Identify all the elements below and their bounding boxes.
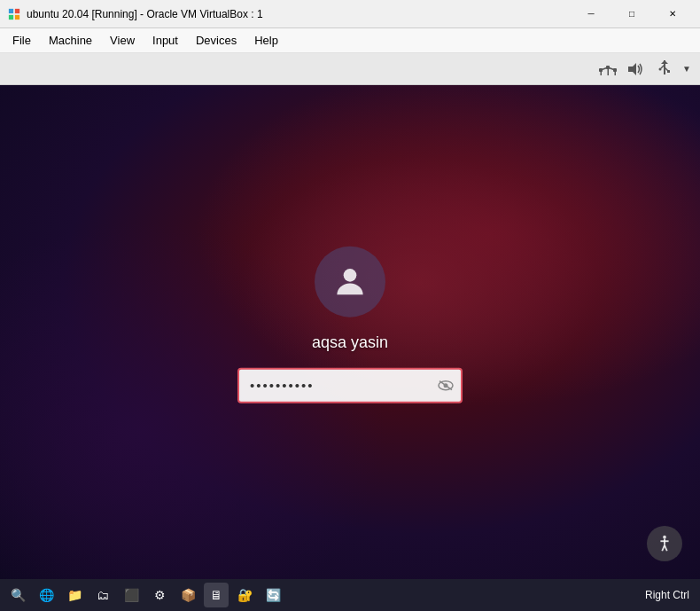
- window-title: ubuntu 20.04 [Running] - Oracle VM Virtu…: [27, 8, 571, 20]
- svg-point-22: [663, 536, 666, 539]
- password-field-wrapper: [237, 367, 463, 403]
- svg-line-26: [665, 545, 667, 551]
- window-controls: ─ □ ✕: [571, 0, 693, 28]
- close-button[interactable]: ✕: [652, 0, 693, 28]
- svg-rect-1: [15, 8, 19, 12]
- chevron-down-icon[interactable]: ▼: [682, 64, 691, 74]
- taskbar-settings[interactable]: ⚙: [147, 583, 172, 607]
- avatar: [315, 246, 385, 317]
- app-icon: [7, 7, 21, 21]
- taskbar: 🔍 🌐 📁 🗂 ⬛ ⚙ 📦 🖥 🔐 🔄 Right Ctrl: [0, 579, 700, 611]
- right-ctrl-label: Right Ctrl: [645, 589, 695, 601]
- menu-item-devices[interactable]: Devices: [187, 30, 245, 51]
- svg-rect-2: [9, 14, 13, 19]
- volume-icon[interactable]: [626, 59, 647, 80]
- vm-screen: aqsa yasin: [0, 85, 700, 579]
- titlebar: ubuntu 20.04 [Running] - Oracle VM Virtu…: [0, 0, 700, 28]
- menu-item-machine[interactable]: Machine: [40, 30, 101, 51]
- accessibility-icon: [655, 534, 674, 553]
- svg-point-17: [659, 67, 662, 70]
- user-avatar-icon: [331, 262, 369, 301]
- taskbar-key[interactable]: 🔐: [232, 583, 257, 607]
- network-icon[interactable]: [597, 59, 618, 80]
- menu-item-view[interactable]: View: [101, 30, 144, 51]
- taskbar-update[interactable]: 🔄: [261, 583, 285, 607]
- svg-rect-15: [667, 70, 670, 73]
- eye-slash-icon[interactable]: [438, 379, 454, 391]
- menubar: FileMachineViewInputDevicesHelp: [0, 28, 700, 53]
- taskbar-search[interactable]: 🔍: [5, 583, 30, 607]
- taskbar-folder[interactable]: 📁: [62, 583, 87, 607]
- taskbar-virtualbox[interactable]: 🖥: [204, 583, 229, 607]
- menu-item-help[interactable]: Help: [245, 30, 287, 51]
- minimize-button[interactable]: ─: [571, 0, 611, 28]
- login-widget: aqsa yasin: [237, 246, 463, 403]
- svg-rect-7: [601, 72, 603, 75]
- menu-item-input[interactable]: Input: [144, 30, 187, 51]
- vm-toolbar: ▼: [0, 53, 700, 85]
- taskbar-globe[interactable]: 🌐: [34, 583, 58, 607]
- usb-icon[interactable]: [654, 59, 675, 80]
- taskbar-terminal[interactable]: ⬛: [119, 583, 144, 607]
- svg-rect-0: [9, 8, 13, 12]
- taskbar-files[interactable]: 🗂: [90, 583, 115, 607]
- username-label: aqsa yasin: [312, 333, 388, 351]
- maximize-button[interactable]: □: [611, 0, 652, 28]
- password-input[interactable]: [237, 367, 463, 403]
- taskbar-app6[interactable]: 📦: [175, 583, 200, 607]
- svg-marker-12: [628, 63, 636, 75]
- svg-point-18: [344, 268, 357, 281]
- svg-rect-9: [615, 72, 617, 75]
- svg-rect-8: [608, 69, 610, 75]
- svg-rect-3: [15, 14, 19, 19]
- accessibility-button[interactable]: [647, 526, 682, 561]
- menu-item-file[interactable]: File: [4, 30, 40, 51]
